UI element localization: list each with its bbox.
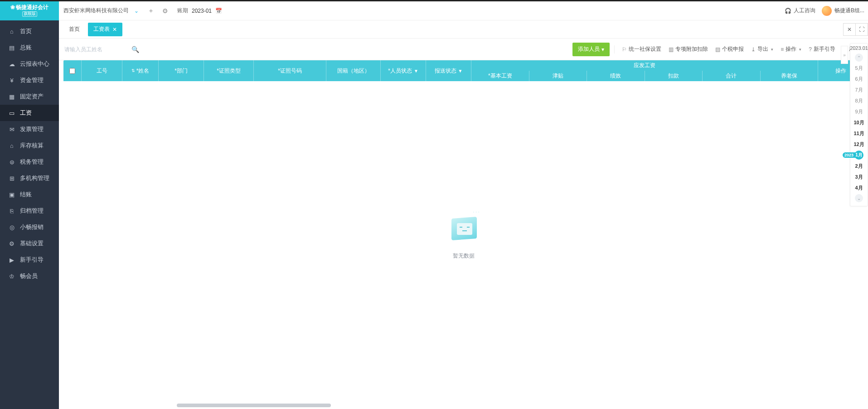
toolbar-action-label: 专项附加扣除 [675, 45, 708, 53]
sidebar-item-icon: ◎ [8, 224, 15, 231]
chevron-down-icon: ▾ [799, 47, 801, 52]
month-label: 4月 [855, 185, 863, 191]
sidebar-item-label: 新手引导 [20, 256, 44, 264]
sidebar-item-label: 多机构管理 [20, 174, 49, 182]
month-label: 9月 [855, 108, 863, 115]
empty-illustration: · · · [443, 209, 484, 246]
tab-1[interactable]: 工资表✕ [88, 23, 122, 36]
toolbar-action-icon: ⤓ [751, 46, 756, 53]
month-panel-year: 2023.01 [850, 45, 868, 51]
user-avatar[interactable] [822, 6, 832, 16]
toolbar-action-label: 统一社保设置 [629, 45, 661, 53]
sidebar-item-15[interactable]: ♔畅会员 [0, 268, 59, 284]
sidebar-item-2[interactable]: ☁云报表中心 [0, 56, 59, 72]
top-bar: ❀畅捷通好会计 旗舰版 西安虾米网络科技有限公司 ⌄ ＋ ⚙ 账期 2023-0… [0, 1, 868, 20]
sidebar-item-12[interactable]: ◎小畅报销 [0, 219, 59, 235]
employee-search: 🔍 [64, 46, 139, 53]
sidebar-item-label: 资金管理 [20, 76, 44, 84]
company-selector[interactable]: 西安虾米网络科技有限公司 ⌄ [63, 7, 139, 15]
sidebar-item-0[interactable]: ⌂首页 [0, 23, 59, 39]
sidebar-item-icon: ▦ [8, 93, 15, 100]
month-scroll-down-button[interactable]: ⌄ [855, 194, 863, 202]
sidebar-item-icon: ♔ [8, 273, 15, 280]
close-icon[interactable]: ✕ [112, 26, 117, 33]
logo-text: 畅捷通好会计 [16, 5, 48, 10]
add-person-label: 添加人员 [578, 45, 600, 53]
sidebar-item-6[interactable]: ✉发票管理 [0, 121, 59, 137]
logo-edition-badge: 旗舰版 [22, 11, 37, 17]
horizontal-scrollbar[interactable] [63, 404, 863, 407]
add-person-button[interactable]: 添加人员 ▾ [572, 43, 610, 56]
toolbar-action-label: 新手引导 [814, 45, 835, 53]
user-name[interactable]: 畅捷通B组... [834, 7, 864, 15]
month-item-1[interactable]: 6月 [855, 73, 863, 84]
app-logo: ❀畅捷通好会计 旗舰版 [0, 1, 59, 20]
sidebar-item-label: 固定资产 [20, 93, 44, 101]
sidebar-item-14[interactable]: ▶新手引导 [0, 252, 59, 268]
add-company-button[interactable]: ＋ [148, 7, 154, 15]
month-item-10[interactable]: 3月 [855, 171, 863, 182]
toolbar-action-5[interactable]: ?新手引导 [806, 43, 838, 56]
chevron-down-icon: ⌄ [134, 8, 139, 14]
support-label: 人工咨询 [794, 7, 815, 15]
month-scroll-up-button[interactable]: ⌃ [855, 54, 863, 62]
chevron-down-icon: ▾ [601, 46, 604, 53]
tab-fullscreen-button[interactable]: ⛶ [855, 23, 868, 36]
sidebar-item-8[interactable]: ⊜税务管理 [0, 154, 59, 170]
sidebar-item-4[interactable]: ▦固定资产 [0, 88, 59, 105]
period-label: 账期 [177, 7, 188, 15]
sidebar-item-9[interactable]: ⊞多机构管理 [0, 170, 59, 186]
month-item-9[interactable]: 2月 [855, 161, 863, 171]
month-label: 1月 [854, 151, 863, 160]
toolbar-action-3[interactable]: ⤓导出▾ [748, 43, 776, 56]
sidebar-item-7[interactable]: ⌂库存核算 [0, 137, 59, 154]
empty-state: · · · 暂无数据 [59, 60, 868, 409]
toolbar-action-label: 导出 [757, 45, 768, 53]
year-badge: 2023 [843, 152, 855, 158]
month-label: 2月 [855, 163, 863, 170]
sidebar-item-5[interactable]: ▭工资 [0, 105, 59, 121]
sidebar-item-label: 税务管理 [20, 158, 44, 166]
month-label: 10月 [853, 119, 864, 126]
tab-close-all-button[interactable]: ✕ [843, 23, 856, 36]
month-item-3[interactable]: 8月 [855, 95, 863, 106]
toolbar-action-0[interactable]: ⚐统一社保设置 [619, 43, 664, 56]
table-scroll-right-button[interactable]: » [841, 46, 848, 64]
toolbar-action-4[interactable]: ≡操作▾ [778, 43, 804, 56]
month-label: 7月 [855, 87, 863, 93]
sidebar-item-label: 发票管理 [20, 125, 44, 133]
tab-label: 工资表 [93, 25, 110, 33]
toolbar-action-icon: ? [809, 46, 812, 53]
sidebar-item-icon: ¥ [8, 77, 15, 84]
month-label: 8月 [855, 97, 863, 104]
tab-0[interactable]: 首页 [63, 23, 85, 36]
month-item-6[interactable]: 11月 [853, 128, 864, 139]
month-item-11[interactable]: 4月 [855, 182, 863, 193]
toolbar-action-2[interactable]: ▤个税申报 [713, 43, 747, 56]
calendar-icon[interactable]: 📅 [215, 8, 222, 14]
sidebar-item-icon: ⊞ [8, 175, 15, 182]
support-button[interactable]: 🎧 人工咨询 [785, 7, 815, 15]
toolbar-action-1[interactable]: ▥专项附加扣除 [666, 43, 711, 56]
toolbar-action-icon: ⚐ [622, 46, 627, 53]
month-label: 12月 [853, 141, 864, 148]
sidebar-item-icon: ☁ [8, 61, 15, 68]
month-item-0[interactable]: 5月 [855, 63, 863, 73]
search-input[interactable] [64, 46, 128, 53]
company-settings-button[interactable]: ⚙ [162, 7, 168, 15]
month-item-2[interactable]: 7月 [855, 84, 863, 95]
scrollbar-thumb[interactable] [177, 404, 331, 407]
month-item-7[interactable]: 12月 [853, 139, 864, 150]
search-icon[interactable]: 🔍 [131, 46, 139, 53]
sidebar-item-11[interactable]: ⎘归档管理 [0, 203, 59, 219]
sidebar-item-icon: ▭ [8, 110, 15, 117]
month-item-5[interactable]: 10月 [853, 117, 864, 128]
salary-table: 工号 ⇅ *姓名 *部门 *证照类型 *证照号码 国籍（地区） *人员状态 ▼ … [59, 60, 868, 409]
sidebar-item-13[interactable]: ⚙基础设置 [0, 235, 59, 252]
sidebar-item-icon: ⌂ [8, 142, 15, 149]
sidebar-item-1[interactable]: ▤总账 [0, 39, 59, 56]
sidebar-item-3[interactable]: ¥资金管理 [0, 72, 59, 88]
month-item-8[interactable]: 20231月 [854, 150, 863, 161]
month-item-4[interactable]: 9月 [855, 106, 863, 117]
sidebar-item-10[interactable]: ▣结账 [0, 186, 59, 203]
